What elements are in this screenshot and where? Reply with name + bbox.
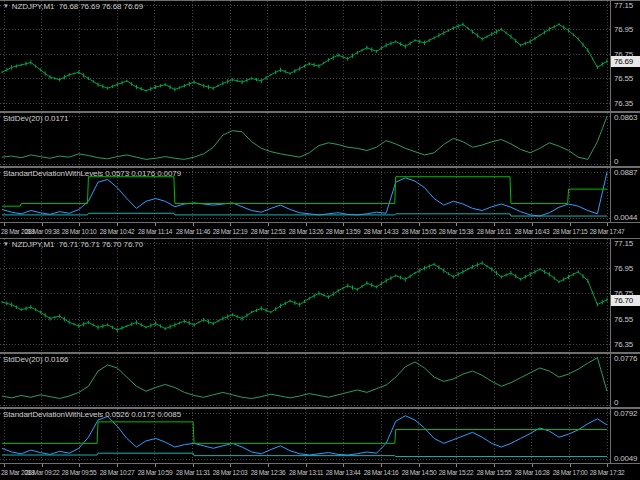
indicator-values: 0.0526 0.0172 0.0085 [105, 410, 181, 419]
levels-label: StandartDeviationWithLevels 0.0573 0.017… [3, 169, 181, 178]
levels-pane-1: 0.08870.0044 StandartDeviationWithLevels… [0, 168, 640, 222]
axis-tick-label: 0 [614, 157, 618, 166]
price-plot[interactable] [0, 1, 610, 111]
time-tick-mark [230, 464, 231, 467]
time-label: 28 Mar 12:53 [251, 227, 286, 236]
time-tick-mark [570, 223, 571, 226]
time-label: 28 Mar 14:16 [364, 468, 399, 477]
chart-title: ▼NZDJPY,M1 76.68 76.69 76.68 76.69 [3, 2, 143, 11]
ohlc-values: 76.71 76.71 76.70 76.70 [59, 240, 143, 249]
indicator-name: StandartDeviationWithLevels [3, 169, 103, 178]
time-tick-mark [343, 223, 344, 226]
indicator-name: StdDev(20) [3, 114, 42, 123]
time-tick-mark [230, 223, 231, 226]
time-axis-2[interactable]: 28 Mar 201828 Mar 09:2228 Mar 09:5528 Ma… [0, 463, 640, 480]
chart-title: ▼NZDJPY,M1 76.71 76.71 76.70 76.70 [3, 240, 143, 249]
time-label: 28 Mar 12:03 [213, 468, 248, 477]
price-axis[interactable]: 77.1576.9576.7576.5576.3576.69 [610, 1, 640, 111]
time-tick-mark [42, 464, 43, 467]
axis-tick-label: 76.95 [614, 25, 633, 34]
time-tick-mark [419, 464, 420, 467]
axis-tick-label: 0.0049 [614, 454, 637, 463]
time-tick-mark [494, 223, 495, 226]
time-tick-mark [268, 464, 269, 467]
time-tick-mark [79, 464, 80, 467]
time-label: 28 Mar 09:55 [62, 468, 97, 477]
time-label: 28 Mar 11:46 [175, 227, 209, 236]
indicator-values: 0.0573 0.0176 0.0079 [105, 169, 181, 178]
time-label: 28 Mar 17:00 [552, 468, 587, 477]
levels-axis[interactable]: 0.07920.0049 [610, 409, 640, 463]
axis-tick-label: 76.55 [614, 74, 633, 83]
chart-collapse-icon[interactable]: ▼ [3, 3, 9, 9]
mt4-terminal: 77.1576.9576.7576.5576.3576.69 ▼NZDJPY,M… [0, 0, 640, 480]
time-tick-mark [532, 464, 533, 467]
axis-tick-label: 0.0044 [614, 213, 637, 222]
symbol-period-label: NZDJPY,M1 [12, 2, 55, 11]
time-tick-mark [193, 223, 194, 226]
time-tick-mark [4, 464, 5, 467]
indicator-name: StdDev(20) [3, 355, 42, 364]
time-label: 28 Mar 09:22 [24, 468, 59, 477]
time-tick-mark [117, 464, 118, 467]
stddev-plot[interactable] [0, 354, 610, 407]
time-tick-mark [268, 223, 269, 226]
time-tick-mark [193, 464, 194, 467]
time-label: 28 Mar 10:42 [100, 227, 135, 236]
time-tick-mark [79, 223, 80, 226]
current-price-box: 76.70 [611, 295, 640, 306]
time-tick-mark [117, 223, 118, 226]
time-label: 28 Mar 16:11 [477, 227, 511, 236]
axis-tick-label: 77.15 [614, 1, 633, 10]
ohlc-values: 76.68 76.69 76.68 76.69 [59, 2, 143, 11]
time-label: 28 Mar 12:36 [251, 468, 286, 477]
current-price-box: 76.69 [611, 56, 640, 67]
time-label: 28 Mar 17:47 [590, 227, 625, 236]
stddev-plot[interactable] [0, 113, 610, 166]
levels-pane-2: 0.07920.0049 StandartDeviationWithLevels… [0, 409, 640, 463]
time-label: 28 Mar 10:10 [62, 227, 97, 236]
time-label: 28 Mar 15:05 [401, 227, 436, 236]
time-label: 28 Mar 16:43 [514, 227, 549, 236]
chart-collapse-icon[interactable]: ▼ [3, 241, 9, 247]
time-tick-mark [381, 223, 382, 226]
axis-tick-label: 0.0776 [614, 354, 637, 363]
time-label: 28 Mar 12:19 [213, 227, 248, 236]
time-tick-mark [381, 464, 382, 467]
time-label: 28 Mar 11:14 [138, 227, 172, 236]
time-tick-mark [607, 464, 608, 467]
time-tick-mark [456, 464, 457, 467]
axis-tick-label: 0.0887 [614, 168, 637, 177]
axis-tick-label: 0 [614, 398, 618, 407]
price-axis[interactable]: 77.1576.9576.7576.5576.3576.70 [610, 239, 640, 352]
time-tick-mark [419, 223, 420, 226]
axis-tick-label: 0.0792 [614, 409, 637, 418]
time-tick-mark [570, 464, 571, 467]
stddev-axis[interactable]: 0.07760 [610, 354, 640, 407]
indicator-value: 0.0171 [45, 114, 69, 123]
price-pane-2: 77.1576.9576.7576.5576.3576.70 ▼NZDJPY,M… [0, 239, 640, 352]
time-tick-mark [306, 464, 307, 467]
symbol-period-label: NZDJPY,M1 [12, 240, 55, 249]
time-tick-mark [607, 223, 608, 226]
axis-tick-label: 76.95 [614, 264, 633, 273]
time-label: 28 Mar 13:59 [326, 227, 361, 236]
time-axis-1[interactable]: 28 Mar 201828 Mar 09:3828 Mar 10:1028 Ma… [0, 222, 640, 238]
axis-tick-label: 76.55 [614, 315, 633, 324]
time-label: 28 Mar 15:38 [439, 227, 474, 236]
time-label: 28 Mar 13:26 [288, 227, 323, 236]
time-label: 28 Mar 14:33 [364, 227, 399, 236]
axis-tick-label: 77.15 [614, 239, 633, 248]
axis-tick-label: 76.35 [614, 340, 633, 349]
time-label: 28 Mar 13:11 [288, 468, 322, 477]
levels-axis[interactable]: 0.08870.0044 [610, 168, 640, 222]
time-tick-mark [532, 223, 533, 226]
time-label: 28 Mar 16:28 [514, 468, 549, 477]
stddev-pane-1: 0.08630 StdDev(20) 0.0171 [0, 113, 640, 166]
stddev-axis[interactable]: 0.08630 [610, 113, 640, 166]
time-tick-mark [4, 223, 5, 226]
time-tick-mark [155, 464, 156, 467]
axis-tick-label: 76.35 [614, 99, 633, 108]
time-tick-mark [494, 464, 495, 467]
price-plot[interactable] [0, 239, 610, 352]
